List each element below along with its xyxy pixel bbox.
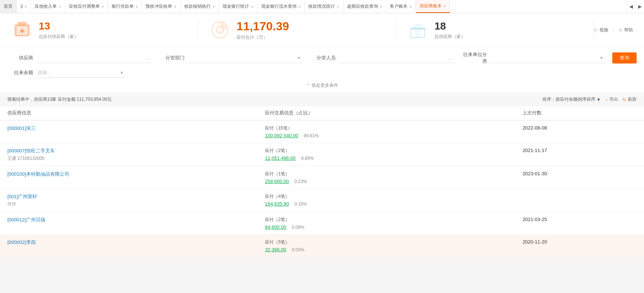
nav-tab-supplier-account[interactable]: 供应商账本 × xyxy=(416,0,450,13)
close-overdue[interactable]: × xyxy=(380,4,382,9)
summary-card-1: ◆ 13 总应付供应商（家） xyxy=(7,19,198,41)
ap-amount[interactable]: 258,000.00 xyxy=(265,179,289,184)
last-pay-cell xyxy=(515,189,644,212)
supplier-dots[interactable]: … xyxy=(143,55,151,61)
supplier-input[interactable] xyxy=(36,54,143,61)
nav-tab-bank-deposit[interactable]: 银行存款单 × xyxy=(108,0,142,13)
th-ap-transaction: 应付交易信息（占比） xyxy=(258,106,515,120)
search-button[interactable]: 查询 xyxy=(612,52,637,63)
supplier-link[interactable]: [000001]张三 xyxy=(7,125,36,131)
nav-tab-prepay-label: 预收冲应收单 xyxy=(146,3,172,10)
ap-label: 应付（2笔） xyxy=(265,217,508,223)
nav-tab-collect-stat-label: 收款情况统计 xyxy=(308,3,335,10)
nav-left-arrow[interactable]: ◀ xyxy=(626,0,635,13)
supplier-link[interactable]: [000012]广州贝瑞 xyxy=(7,217,45,223)
person-input-wrap[interactable]: … xyxy=(339,53,454,63)
export-button[interactable]: ○ 导出 xyxy=(605,96,618,103)
video-link[interactable]: ⊙ 视频 xyxy=(594,27,608,33)
filter-supplier: 供应商 … xyxy=(7,53,159,63)
nav-tab-overdue[interactable]: 超期应收款查询 × xyxy=(343,0,386,13)
balance-dropdown-arrow: ▼ xyxy=(118,70,125,75)
nav-tab-supplier-account-label: 供应商账本 xyxy=(420,3,442,9)
ap-pct: 0.08% xyxy=(292,225,304,230)
nav-tab-prepay[interactable]: 预收冲应收单 × xyxy=(142,0,180,13)
close-customer[interactable]: × xyxy=(409,4,412,9)
results-actions: 排序：按应付余额倒序排序 ▼ ○ 导出 ↻ 刷新 xyxy=(542,96,637,103)
collapse-up-icon: ⌃ xyxy=(306,83,310,88)
ap-transaction-cell: 应付（4笔）164,635.900.15% xyxy=(258,189,515,212)
supplier-input-wrap[interactable]: … xyxy=(36,53,151,63)
supplier-link[interactable]: [000002]李四 xyxy=(7,239,36,245)
table-container: 供应商信息 应付交易信息（占比） 上次付数 [000001]张三应付（15笔）1… xyxy=(0,106,644,257)
top-navigation: 首页 3 × 其他收入单 × 应收应付调整单 × 银行存款单 × 预收冲应收单 … xyxy=(0,0,644,13)
card-info-3: 18 总供应商（家） xyxy=(434,20,465,40)
ap-amount[interactable]: 100,092,540.00 xyxy=(265,133,298,138)
ap-amount[interactable]: 32,366.00 xyxy=(265,247,286,252)
supplier-info-cell: [000012]广州贝瑞 xyxy=(0,212,258,235)
nav-right-arrow[interactable]: ▶ xyxy=(635,0,644,13)
svg-rect-1 xyxy=(18,22,27,25)
nav-tab-cash-bank-stat[interactable]: 现金银行统计 × xyxy=(219,0,257,13)
svg-text:◆: ◆ xyxy=(20,27,25,34)
ap-amount[interactable]: 11,051,486.00 xyxy=(265,155,295,161)
help-link[interactable]: ⊙ 帮助 xyxy=(619,27,633,33)
nav-tab-collect-stat[interactable]: 收款情况统计 × xyxy=(305,0,343,13)
collapse-button[interactable]: ⌃ 收起更多条件 xyxy=(7,81,637,90)
card3-number: 18 xyxy=(434,20,465,32)
filter-person: 分管人员 … xyxy=(310,53,461,63)
sort-label: 排序：按应付余额倒序排序 xyxy=(542,96,595,103)
nav-tab-collect-verify-label: 收款核销执行 xyxy=(184,3,211,10)
table-header-row: 供应商信息 应付交易信息（占比） 上次付数 xyxy=(0,106,644,120)
supplier-info-cell: [000007]恒旺二手叉车王通 17106110000 xyxy=(0,143,258,166)
supplier-info-cell: [001]广州荣轩仔仔 xyxy=(0,189,258,212)
nav-tab-ap-adjust[interactable]: 应收应付调整单 × xyxy=(65,0,108,13)
nav-tab-3[interactable]: 3 × xyxy=(17,0,31,13)
ap-amount[interactable]: 164,635.90 xyxy=(265,201,289,207)
table-row: [001]广州荣轩仔仔应付（4笔）164,635.900.15% xyxy=(0,189,644,212)
last-pay-cell: 2023-01-30 xyxy=(515,166,644,189)
nav-tab-home[interactable]: 首页 xyxy=(0,0,17,13)
supplier-link[interactable]: [001]广州荣轩 xyxy=(7,194,37,199)
nav-tab-other-income[interactable]: 其他收入单 × xyxy=(31,0,65,13)
supplier-link[interactable]: [000100]本特勤油品有限公司 xyxy=(7,171,69,177)
nav-tab-cash-bank-stat-label: 现金银行统计 xyxy=(223,3,249,10)
person-dots[interactable]: … xyxy=(446,55,454,61)
close-bank-deposit[interactable]: × xyxy=(136,4,138,9)
refresh-label: 刷新 xyxy=(628,96,637,103)
nav-tab-cash-flow-label: 现金银行流水查询 xyxy=(261,3,297,10)
sort-button[interactable]: 排序：按应付余额倒序排序 ▼ xyxy=(542,96,601,103)
close-supplier-account[interactable]: × xyxy=(444,4,446,8)
close-collect-verify[interactable]: × xyxy=(213,4,215,9)
filter-row-1: 供应商 … 分管部门 ▼ 分管人员 … 往来单位分类 ▼ xyxy=(7,51,637,65)
close-ap-adjust[interactable]: × xyxy=(102,4,104,9)
filter-section: 供应商 … 分管部门 ▼ 分管人员 … 往来单位分类 ▼ xyxy=(0,47,644,93)
supplier-table: 供应商信息 应付交易信息（占比） 上次付数 [000001]张三应付（15笔）1… xyxy=(0,106,644,257)
th-supplier-info: 供应商信息 xyxy=(0,106,258,120)
close-prepay[interactable]: × xyxy=(174,4,176,9)
ap-label: 应付（5笔） xyxy=(265,239,508,245)
close-cash-bank-stat[interactable]: × xyxy=(251,4,253,9)
svg-point-5 xyxy=(216,26,224,34)
top-right-links: ⊙ 视频 ｜ ⊙ 帮助 xyxy=(594,27,637,33)
balance-dropdown[interactable]: 选择... ▼ xyxy=(36,68,125,78)
nav-tab-ap-adjust-label: 应收应付调整单 xyxy=(69,3,100,10)
nav-tab-cash-flow[interactable]: 现金银行流水查询 × xyxy=(258,0,305,13)
th-last-pay: 上次付数 xyxy=(515,106,644,120)
supplier-link[interactable]: [000007]恒旺二手叉车 xyxy=(7,148,55,154)
nav-tab-collect-verify[interactable]: 收款核销执行 × xyxy=(181,0,219,13)
close-cash-flow[interactable]: × xyxy=(298,4,301,9)
dept-dropdown[interactable]: ▼ xyxy=(188,53,303,63)
filter-dept: 分管部门 ▼ xyxy=(159,53,310,63)
card-icon-2 xyxy=(209,19,231,41)
ap-amount[interactable]: 94,600.00 xyxy=(265,224,286,230)
close-other-income[interactable]: × xyxy=(59,4,61,9)
export-label: 导出 xyxy=(609,96,618,103)
person-input[interactable] xyxy=(339,54,446,61)
card1-label: 总应付供应商（家） xyxy=(39,34,78,40)
nav-tab-customer[interactable]: 客户账本 × xyxy=(386,0,416,13)
close-collect-stat[interactable]: × xyxy=(337,4,339,9)
refresh-button[interactable]: ↻ 刷新 xyxy=(623,96,637,103)
category-dropdown[interactable]: ▼ xyxy=(490,53,605,63)
supplier-info-cell: [000001]张三 xyxy=(0,120,258,143)
close-tab-3[interactable]: × xyxy=(25,4,27,9)
